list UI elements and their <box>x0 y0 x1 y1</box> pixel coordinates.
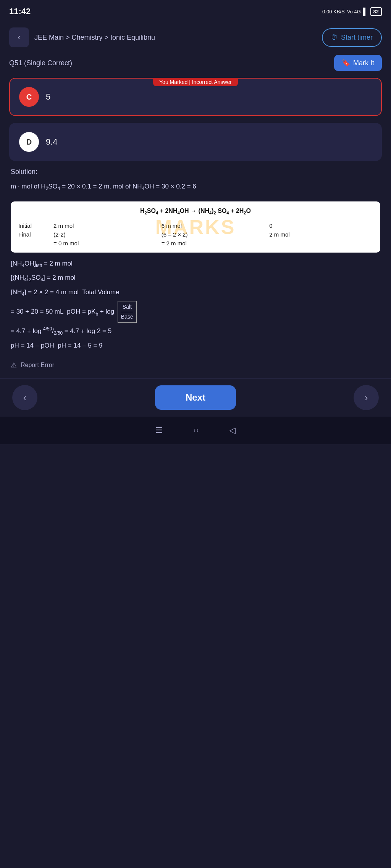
report-error-button[interactable]: ⚠ Report Error <box>11 361 380 378</box>
solution-line-6: pH = 14 – pOH pH = 14 – 5 = 9 <box>11 340 380 352</box>
solution-line-5: = 4.7 + log 4/50/2/50 = 4.7 + log 2 = 5 <box>11 325 380 337</box>
bookmark-icon: 🔖 <box>342 59 350 67</box>
header-row: ‹ JEE Main > Chemistry > Ionic Equilibri… <box>9 27 382 47</box>
back-button[interactable]: ‹ <box>9 27 29 47</box>
option-c-badge: C <box>19 87 39 107</box>
grid-result-col1: = 0 m mol <box>53 240 157 246</box>
forward-icon: › <box>365 392 368 404</box>
solution-intro-text: m · mol of H2SO4 = 20 × 0.1 = 2 m. mol o… <box>11 181 380 192</box>
grid-final-col1: (2-2) <box>53 231 157 238</box>
status-bar: 11:42 0.00 KB/S Vo 4G ▌ 82 <box>0 0 391 21</box>
grid-final-col3: 2 m mol <box>269 231 373 238</box>
solution-line-3: [NH4] = 2 × 2 = 4 m mol Total Volume <box>11 287 380 299</box>
mark-it-label: Mark It <box>353 59 374 67</box>
warning-icon: ⚠ <box>11 361 17 369</box>
solution-line-4: = 30 + 20 = 50 mL pOH = pKb + log Salt B… <box>11 301 380 323</box>
grid-result-col3 <box>269 240 373 246</box>
timer-icon: ⏱ <box>331 34 338 42</box>
prev-button[interactable]: ‹ <box>12 385 37 410</box>
network-indicator: 0.00 KB/S <box>322 9 345 14</box>
fraction-numerator: Salt <box>123 302 132 312</box>
option-d-value: 9.4 <box>46 137 58 147</box>
wifi-icon: ▌ <box>363 8 368 16</box>
grid-initial-col2: 6 m mol <box>162 222 265 229</box>
grid-initial-label: Initial <box>18 222 49 229</box>
grid-initial-col1: 2 m mol <box>53 222 157 229</box>
grid-final-col2: (6 – 2 × 2) <box>162 231 265 238</box>
grid-final-label: Final <box>18 231 49 238</box>
fraction-denominator: Base <box>121 312 133 322</box>
start-timer-label: Start timer <box>341 34 373 42</box>
forward-button[interactable]: › <box>354 385 379 410</box>
chem-grid: Initial 2 m mol 6 m mol 0 Final (2-2) (6… <box>18 220 373 246</box>
system-bar: ☰ ○ ◁ <box>0 417 391 444</box>
option-d-badge: D <box>19 132 39 152</box>
breadcrumb: JEE Main > Chemistry > Ionic Equilibriu <box>34 34 322 42</box>
reaction-equation: H2SO4 + 2NH4OH → (NH4)2 SO4 + 2H2O <box>18 208 373 215</box>
signal-indicator: Vo 4G <box>347 9 361 14</box>
home-icon: ○ <box>194 425 199 435</box>
grid-initial-col3: 0 <box>269 222 373 229</box>
battery-badge: 82 <box>370 7 382 16</box>
menu-icon: ☰ <box>155 425 163 435</box>
next-button[interactable]: Next <box>155 385 236 410</box>
mark-it-button[interactable]: 🔖 Mark It <box>334 55 382 71</box>
status-time: 11:42 <box>9 6 31 16</box>
solution-label: Solution: <box>11 168 380 176</box>
solution-line-1: [NH4OH]left = 2 m mol <box>11 258 380 270</box>
chem-table: H2SO4 + 2NH4OH → (NH4)2 SO4 + 2H2O Initi… <box>11 201 380 252</box>
grid-result-col2: = 2 m mol <box>162 240 265 246</box>
bottom-nav: ‹ Next › <box>0 378 391 417</box>
option-d-card[interactable]: D 9.4 <box>9 123 382 161</box>
prev-icon: ‹ <box>23 392 27 404</box>
system-back-icon: ◁ <box>229 425 236 435</box>
question-label-row: Q51 (Single Correct) 🔖 Mark It <box>9 55 382 71</box>
option-c-card[interactable]: You Marked | Incorrect Answer C 5 <box>9 78 382 116</box>
solution-line-2: [(NH4)2SO4] = 2 m mol <box>11 272 380 284</box>
grid-result-label <box>18 240 49 246</box>
you-marked-banner: You Marked | Incorrect Answer <box>153 78 238 86</box>
question-label: Q51 (Single Correct) <box>9 59 72 67</box>
main-content: ‹ JEE Main > Chemistry > Ionic Equilibri… <box>0 27 391 378</box>
report-error-label: Report Error <box>21 362 54 369</box>
option-c-value: 5 <box>46 92 50 102</box>
back-icon: ‹ <box>18 32 20 42</box>
chem-table-wrapper: H2SO4 + 2NH4OH → (NH4)2 SO4 + 2H2O Initi… <box>11 196 380 258</box>
solution-section: Solution: m · mol of H2SO4 = 20 × 0.1 = … <box>9 168 382 378</box>
option-d-label: D <box>26 138 32 147</box>
start-timer-button[interactable]: ⏱ Start timer <box>322 28 382 47</box>
status-icons: 0.00 KB/S Vo 4G ▌ 82 <box>322 7 382 16</box>
next-label: Next <box>186 392 205 403</box>
option-c-label: C <box>26 93 32 101</box>
